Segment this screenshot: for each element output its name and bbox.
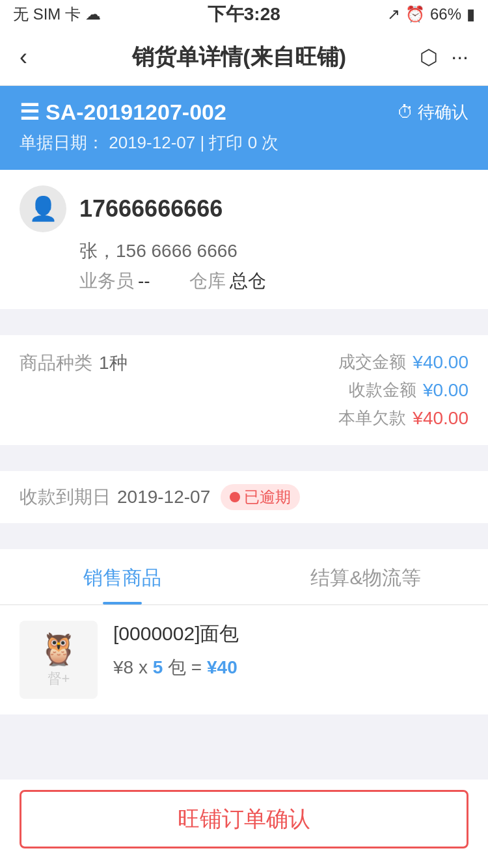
product-code: [0000002] — [113, 623, 200, 644]
product-unit: 包 — [168, 657, 186, 677]
summary-section: 商品种类 1种 成交金额 ¥40.00 收款金额 ¥0.00 本单欠款 ¥40.… — [0, 335, 488, 445]
owed-label: 本单欠款 — [338, 407, 406, 429]
product-thumbnail: 🦉 督+ — [20, 621, 98, 699]
customer-detail: 张，156 6666 6666 — [79, 239, 468, 264]
more-button[interactable]: ··· — [451, 45, 468, 69]
salesman-value: -- — [138, 271, 150, 292]
sim-label: 无 SIM 卡 ☁ — [13, 4, 101, 25]
price-unit: ¥8 — [113, 657, 133, 677]
order-id-text: SA-20191207-002 — [46, 100, 226, 125]
amount-value: ¥40.00 — [413, 352, 468, 373]
tabs-header: 销售商品 结算&物流等 — [0, 549, 488, 605]
summary-left: 商品种类 1种 — [20, 351, 128, 375]
product-thumb-owl: 🦉 督+ — [39, 631, 78, 688]
nav-actions: ⬡ ··· — [420, 45, 468, 70]
avatar-icon: 👤 — [29, 195, 58, 223]
divider-1 — [0, 322, 488, 335]
due-section: 收款到期日 2019-12-07 已逾期 — [0, 471, 488, 523]
received-label: 收款金额 — [349, 379, 416, 401]
order-header-top: ☰ SA-20191207-002 ⏱ 待确认 — [20, 99, 468, 125]
order-date: 单据日期： 2019-12-07 | 打印 0 次 — [20, 131, 468, 154]
customer-top: 👤 17666666666 — [20, 185, 468, 232]
product-item: 🦉 督+ [0000002]面包 ¥8 x 5 包 = ¥40 — [20, 621, 468, 699]
product-type-item: 商品种类 1种 — [20, 351, 128, 375]
nav-bar: ‹ 销货单详情(来自旺铺) ⬡ ··· — [0, 29, 488, 86]
amount-label: 成交金额 — [338, 351, 406, 373]
tab-products[interactable]: 销售商品 — [0, 549, 244, 604]
order-icon: ☰ — [20, 99, 39, 125]
confirm-button[interactable]: 旺铺订单确认 — [20, 790, 468, 848]
tab-settlement[interactable]: 结算&物流等 — [244, 549, 488, 604]
status-left: 无 SIM 卡 ☁ — [13, 4, 101, 25]
customer-section: 👤 17666666666 张，156 6666 6666 业务员 -- 仓库 … — [0, 170, 488, 309]
owl-text: 督+ — [47, 669, 70, 688]
battery-icon: ▮ — [467, 5, 475, 23]
status-bar: 无 SIM 卡 ☁ 下午3:28 ↗ ⏰ 66% ▮ — [0, 0, 488, 29]
due-label: 收款到期日 — [20, 485, 111, 509]
status-clock-icon: ⏱ — [397, 102, 414, 122]
summary-right: 成交金额 ¥40.00 收款金额 ¥0.00 本单欠款 ¥40.00 — [338, 351, 468, 429]
status-right: ↗ ⏰ 66% ▮ — [387, 5, 475, 23]
back-button[interactable]: ‹ — [20, 44, 59, 71]
print-info: | 打印 0 次 — [200, 133, 278, 152]
alarm-icon: ⏰ — [405, 5, 425, 23]
warehouse-label: 仓库 — [189, 269, 226, 293]
overdue-badge: 已逾期 — [221, 484, 300, 510]
status-text: 待确认 — [418, 101, 468, 124]
received-value: ¥0.00 — [423, 380, 468, 401]
product-total: ¥40 — [207, 657, 237, 677]
salesman-label: 业务员 — [79, 269, 134, 293]
avatar: 👤 — [20, 185, 66, 232]
product-section: 🦉 督+ [0000002]面包 ¥8 x 5 包 = ¥40 — [0, 605, 488, 714]
overdue-text: 已逾期 — [244, 487, 291, 508]
order-id: ☰ SA-20191207-002 — [20, 99, 226, 125]
warehouse-value: 总仓 — [230, 269, 266, 293]
divider-3 — [0, 536, 488, 549]
owed-value: ¥40.00 — [413, 408, 468, 429]
order-status: ⏱ 待确认 — [397, 101, 468, 124]
multiply-sign: x — [139, 657, 153, 677]
product-info: [0000002]面包 ¥8 x 5 包 = ¥40 — [113, 621, 468, 680]
owed-row: 本单欠款 ¥40.00 — [338, 407, 468, 429]
product-type-value: 1种 — [99, 351, 128, 375]
tab-settlement-label: 结算&物流等 — [310, 567, 421, 588]
overdue-dot-icon — [230, 492, 240, 502]
order-header: ☰ SA-20191207-002 ⏱ 待确认 单据日期： 2019-12-07… — [0, 86, 488, 170]
product-qty: 5 — [153, 657, 163, 677]
due-date-value: 2019-12-07 — [117, 487, 210, 508]
tabs-section: 销售商品 结算&物流等 — [0, 549, 488, 605]
date-label: 单据日期： — [20, 133, 104, 152]
date-value: 2019-12-07 — [109, 133, 195, 152]
owl-icon: 🦉 — [39, 631, 78, 668]
divider-2 — [0, 458, 488, 471]
tab-products-label: 销售商品 — [83, 567, 161, 588]
location-icon: ↗ — [387, 5, 400, 23]
product-name-text: 面包 — [200, 623, 239, 644]
product-price: ¥8 x 5 包 = ¥40 — [113, 655, 468, 680]
product-name: [0000002]面包 — [113, 621, 468, 647]
page-title: 销货单详情(来自旺铺) — [132, 42, 346, 72]
status-time: 下午3:28 — [208, 2, 280, 27]
customer-phone: 17666666666 — [79, 195, 223, 223]
equals-sign: = — [191, 657, 207, 677]
battery-label: 66% — [430, 5, 461, 23]
product-type-label: 商品种类 — [20, 351, 92, 375]
share-button[interactable]: ⬡ — [420, 45, 438, 70]
amount-row: 成交金额 ¥40.00 — [338, 351, 468, 373]
bottom-bar: 旺铺订单确认 — [0, 780, 488, 868]
customer-info-row: 业务员 -- 仓库 总仓 — [79, 269, 468, 293]
received-row: 收款金额 ¥0.00 — [349, 379, 468, 401]
